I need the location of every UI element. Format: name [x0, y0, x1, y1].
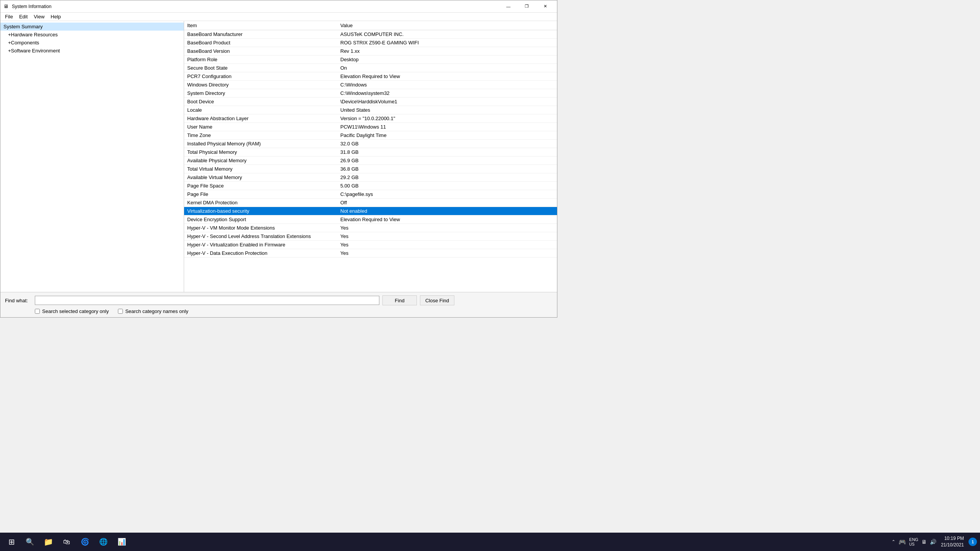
- edge-icon: 🌀: [81, 538, 89, 546]
- taskbar-left: ⊞ 🔍 📁 🛍 🌀 🌐 📊: [3, 533, 130, 550]
- table-row[interactable]: Available Virtual Memory29.2 GB: [184, 173, 557, 182]
- search-names-checkbox[interactable]: [118, 309, 123, 314]
- minimize-button[interactable]: —: [500, 1, 517, 12]
- table-cell-item: Virtualization-based security: [184, 207, 337, 215]
- table-row[interactable]: Virtualization-based securityNot enabled: [184, 207, 557, 215]
- table-cell-value: Off: [337, 199, 557, 207]
- table-row[interactable]: Kernel DMA ProtectionOff: [184, 199, 557, 207]
- table-cell-item: Device Encryption Support: [184, 215, 337, 224]
- chrome-button[interactable]: 🌐: [95, 533, 112, 550]
- table-cell-item: Available Physical Memory: [184, 156, 337, 165]
- table-cell-value: C:\Windows: [337, 81, 557, 89]
- table-row[interactable]: Platform RoleDesktop: [184, 55, 557, 64]
- table-cell-value: United States: [337, 106, 557, 114]
- table-cell-value: Yes: [337, 232, 557, 241]
- table-row[interactable]: User NamePCW11\Windows 11: [184, 123, 557, 131]
- taskbar: ⊞ 🔍 📁 🛍 🌀 🌐 📊 ⌃ 🎮 ENGUS 🖥 🔊 10:19: [0, 533, 980, 551]
- app-button[interactable]: 📊: [113, 533, 130, 550]
- find-bar: Find what: Find Close Find Search select…: [0, 292, 557, 317]
- table-row[interactable]: Hyper-V - Second Level Address Translati…: [184, 232, 557, 241]
- table-row[interactable]: BaseBoard ManufacturerASUSTeK COMPUTER I…: [184, 30, 557, 39]
- title-bar: 🖥 System Information — ❐ ✕: [0, 0, 557, 13]
- edge-button[interactable]: 🌀: [77, 533, 93, 550]
- table-cell-value: Elevation Required to View: [337, 215, 557, 224]
- sidebar-item-software-environment[interactable]: +Software Environment: [0, 47, 184, 55]
- find-label: Find what:: [5, 298, 32, 303]
- table-cell-item: Total Physical Memory: [184, 148, 337, 156]
- find-button[interactable]: Find: [382, 295, 417, 305]
- table-row[interactable]: Available Physical Memory26.9 GB: [184, 156, 557, 165]
- column-header-value: Value: [337, 21, 557, 30]
- find-input[interactable]: [35, 296, 379, 305]
- table-row[interactable]: Device Encryption SupportElevation Requi…: [184, 215, 557, 224]
- table-cell-item: User Name: [184, 123, 337, 131]
- clock-time: 10:19 PM: [941, 535, 964, 542]
- sidebar-item-system-summary[interactable]: System Summary: [0, 23, 184, 31]
- windows-icon: ⊞: [8, 537, 15, 546]
- table-row[interactable]: Hardware Abstraction LayerVersion = "10.…: [184, 114, 557, 123]
- file-explorer-button[interactable]: 📁: [40, 533, 57, 550]
- table-cell-value: 5.00 GB: [337, 182, 557, 190]
- table-cell-item: BaseBoard Version: [184, 47, 337, 55]
- steam-icon[interactable]: 🎮: [898, 538, 906, 546]
- system-information-window: 🖥 System Information — ❐ ✕ File Edit Vie…: [0, 0, 557, 318]
- sidebar-item-hardware-resources[interactable]: +Hardware Resources: [0, 31, 184, 39]
- table-cell-value: 26.9 GB: [337, 156, 557, 165]
- table-cell-item: Secure Boot State: [184, 64, 337, 72]
- menu-file[interactable]: File: [2, 13, 16, 20]
- menu-bar: File Edit View Help: [0, 13, 557, 21]
- table-cell-value: C:\Windows\system32: [337, 89, 557, 98]
- search-selected-text: Search selected category only: [42, 308, 109, 314]
- table-cell-item: BaseBoard Product: [184, 39, 337, 47]
- start-button[interactable]: ⊞: [3, 533, 20, 550]
- table-row[interactable]: Hyper-V - Data Execution ProtectionYes: [184, 249, 557, 258]
- table-row[interactable]: Page File Space5.00 GB: [184, 182, 557, 190]
- restore-button[interactable]: ❐: [518, 1, 536, 12]
- table-row[interactable]: Boot Device\Device\HarddiskVolume1: [184, 98, 557, 106]
- table-row[interactable]: Hyper-V - VM Monitor Mode ExtensionsYes: [184, 224, 557, 232]
- table-cell-value: Not enabled: [337, 207, 557, 215]
- table-row[interactable]: Time ZonePacific Daylight Time: [184, 131, 557, 140]
- network-icon[interactable]: 🖥: [921, 539, 927, 545]
- table-row[interactable]: Installed Physical Memory (RAM)32.0 GB: [184, 140, 557, 148]
- notification-badge[interactable]: 1: [969, 538, 977, 546]
- table-row[interactable]: LocaleUnited States: [184, 106, 557, 114]
- table-row[interactable]: PCR7 ConfigurationElevation Required to …: [184, 72, 557, 81]
- table-cell-item: Time Zone: [184, 131, 337, 140]
- table-row[interactable]: Secure Boot StateOn: [184, 64, 557, 72]
- window-title: System Information: [12, 4, 51, 9]
- table-pane: Item Value BaseBoard ManufacturerASUSTeK…: [184, 21, 557, 292]
- taskbar-clock[interactable]: 10:19 PM 21/10/2021: [941, 535, 964, 548]
- close-find-button[interactable]: Close Find: [420, 295, 454, 305]
- chevron-icon[interactable]: ⌃: [892, 539, 895, 544]
- store-icon: 🛍: [63, 538, 70, 546]
- search-names-label[interactable]: Search category names only: [118, 308, 188, 314]
- table-row[interactable]: Total Physical Memory31.8 GB: [184, 148, 557, 156]
- store-button[interactable]: 🛍: [58, 533, 75, 550]
- table-cell-value: 32.0 GB: [337, 140, 557, 148]
- table-cell-item: Hyper-V - VM Monitor Mode Extensions: [184, 224, 337, 232]
- table-row[interactable]: Page FileC:\pagefile.sys: [184, 190, 557, 199]
- taskbar-right: ⌃ 🎮 ENGUS 🖥 🔊 10:19 PM 21/10/2021 1: [892, 535, 977, 548]
- table-cell-value: Yes: [337, 224, 557, 232]
- table-row[interactable]: Total Virtual Memory36.8 GB: [184, 165, 557, 173]
- close-button[interactable]: ✕: [536, 1, 554, 12]
- table-cell-value: Pacific Daylight Time: [337, 131, 557, 140]
- info-table: Item Value BaseBoard ManufacturerASUSTeK…: [184, 21, 557, 258]
- table-row[interactable]: BaseBoard VersionRev 1.xx: [184, 47, 557, 55]
- table-row[interactable]: Windows DirectoryC:\Windows: [184, 81, 557, 89]
- sidebar-item-components[interactable]: +Components: [0, 39, 184, 47]
- table-cell-item: Hyper-V - Virtualization Enabled in Firm…: [184, 241, 337, 249]
- table-row[interactable]: BaseBoard ProductROG STRIX Z590-E GAMING…: [184, 39, 557, 47]
- volume-icon[interactable]: 🔊: [930, 539, 936, 545]
- table-cell-value: C:\pagefile.sys: [337, 190, 557, 199]
- table-row[interactable]: System DirectoryC:\Windows\system32: [184, 89, 557, 98]
- table-row[interactable]: Hyper-V - Virtualization Enabled in Firm…: [184, 241, 557, 249]
- main-content: System Summary +Hardware Resources +Comp…: [0, 21, 557, 292]
- search-selected-checkbox[interactable]: [35, 309, 40, 314]
- menu-help[interactable]: Help: [47, 13, 64, 20]
- menu-edit[interactable]: Edit: [16, 13, 31, 20]
- menu-view[interactable]: View: [31, 13, 47, 20]
- search-button[interactable]: 🔍: [21, 533, 38, 550]
- search-selected-label[interactable]: Search selected category only: [35, 308, 109, 314]
